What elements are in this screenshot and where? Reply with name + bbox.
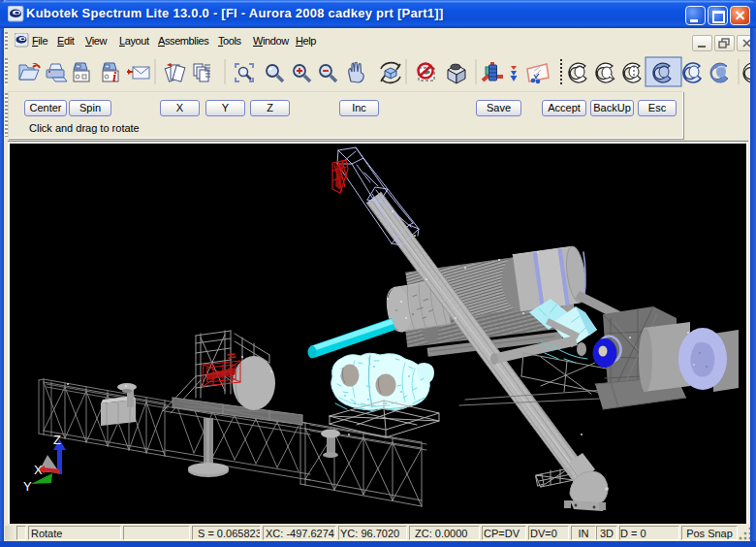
svg-text:Y: Y (23, 479, 32, 494)
svg-text:X: X (34, 463, 43, 477)
svg-text:Z: Z (53, 433, 61, 447)
